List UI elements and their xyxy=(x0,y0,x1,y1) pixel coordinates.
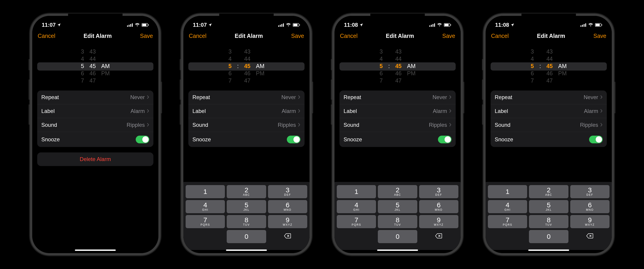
keypad-key-2[interactable]: 2 ABC xyxy=(227,185,266,198)
label-value: Alarm xyxy=(282,108,296,114)
status-bar: 11:07 xyxy=(32,16,158,29)
keypad-key-0[interactable]: 0 xyxy=(227,230,266,243)
backspace-key[interactable] xyxy=(570,230,610,243)
mute-switch xyxy=(180,59,181,70)
repeat-row[interactable]: Repeat Never xyxy=(188,90,304,104)
keypad-key-1[interactable]: 1 xyxy=(488,185,527,198)
keypad-key-4[interactable]: 4 GHI xyxy=(488,200,527,213)
ampm-wheel[interactable]: AM PM xyxy=(256,47,264,85)
home-indicator[interactable] xyxy=(528,250,569,251)
save-button[interactable]: Save xyxy=(291,33,304,39)
repeat-row[interactable]: Repeat Never xyxy=(37,90,154,104)
keypad-key-4[interactable]: 4 GHI xyxy=(186,200,225,213)
minute-wheel[interactable]: 42 43 44 45 46 47 48 xyxy=(90,47,96,85)
minute-wheel[interactable]: 42 43 44 45 46 47 48 xyxy=(546,47,553,85)
snooze-toggle[interactable] xyxy=(589,136,603,143)
keypad-key-4[interactable]: 4 GHI xyxy=(337,200,376,213)
volume-up-button xyxy=(482,79,483,100)
keypad-key-6[interactable]: 6 MNO xyxy=(268,200,307,213)
ampm-wheel[interactable]: AM PM xyxy=(407,47,416,85)
sound-row[interactable]: Sound Ripples xyxy=(188,118,304,132)
sound-row[interactable]: Sound Ripples xyxy=(340,118,456,132)
snooze-toggle[interactable] xyxy=(438,136,452,143)
keypad-key-1[interactable]: 1 xyxy=(186,185,225,198)
minute-wheel[interactable]: 42 43 44 45 46 47 48 xyxy=(244,47,250,85)
wifi-icon xyxy=(437,23,442,27)
cancel-button[interactable]: Cancel xyxy=(340,33,358,39)
minute-wheel[interactable]: 42 43 44 45 46 47 48 xyxy=(395,47,402,85)
battery-icon xyxy=(142,23,149,27)
ampm-wheel[interactable]: AM PM xyxy=(558,47,567,85)
home-indicator[interactable] xyxy=(75,250,116,251)
label-row[interactable]: Label Alarm xyxy=(340,104,456,118)
cancel-button[interactable]: Cancel xyxy=(189,33,206,39)
keypad-key-7[interactable]: 7 PQRS xyxy=(488,215,527,228)
time-picker[interactable]: 2 3 4 5 6 7 8 42 43 44 45 46 xyxy=(37,47,154,85)
keypad-key-8[interactable]: 8 TUV xyxy=(227,215,266,228)
battery-icon xyxy=(293,23,300,27)
keypad-key-7[interactable]: 7 PQRS xyxy=(337,215,376,228)
time-picker[interactable]: 2 3 4 5 6 7 8 : 42 43 44 45 46 xyxy=(490,47,607,85)
keypad-key-0[interactable]: 0 xyxy=(378,230,417,243)
backspace-key[interactable] xyxy=(268,230,307,243)
keypad-key-8[interactable]: 8 TUV xyxy=(378,215,417,228)
hour-wheel[interactable]: 2 3 4 5 6 7 8 xyxy=(228,47,232,85)
label-row[interactable]: Label Alarm xyxy=(490,104,607,118)
save-button[interactable]: Save xyxy=(140,33,153,39)
hour-wheel[interactable]: 2 3 4 5 6 7 8 xyxy=(81,47,84,85)
cancel-button[interactable]: Cancel xyxy=(491,33,509,39)
status-time: 11:07 xyxy=(193,22,207,28)
keypad-key-8[interactable]: 8 TUV xyxy=(529,215,568,228)
save-button[interactable]: Save xyxy=(442,33,455,39)
keypad-key-3[interactable]: 3 DEF xyxy=(419,185,458,198)
time-picker[interactable]: 2 3 4 5 6 7 8 : 42 43 44 45 46 xyxy=(188,47,304,85)
keypad-key-1[interactable]: 1 xyxy=(337,185,376,198)
status-bar: 11:08 xyxy=(486,16,612,29)
sound-row[interactable]: Sound Ripples xyxy=(490,118,607,132)
keypad-key-5[interactable]: 5 JKL xyxy=(529,200,568,213)
backspace-key[interactable] xyxy=(419,230,458,243)
sound-row[interactable]: Sound Ripples xyxy=(37,118,154,132)
keypad-key-7[interactable]: 7 PQRS xyxy=(186,215,225,228)
save-button[interactable]: Save xyxy=(594,33,606,39)
keypad-key-5[interactable]: 5 JKL xyxy=(378,200,417,213)
svg-rect-22 xyxy=(582,25,583,27)
keypad-key-6[interactable]: 6 MNO xyxy=(570,200,610,213)
chevron-right-icon xyxy=(600,108,603,114)
cancel-button[interactable]: Cancel xyxy=(38,33,55,39)
power-button xyxy=(161,82,162,113)
home-indicator[interactable] xyxy=(226,250,267,251)
label-row[interactable]: Label Alarm xyxy=(188,104,304,118)
snooze-toggle[interactable] xyxy=(136,136,149,143)
keypad-key-3[interactable]: 3 DEF xyxy=(570,185,610,198)
keypad-key-9[interactable]: 9 WXYZ xyxy=(419,215,458,228)
keypad-key-9[interactable]: 9 WXYZ xyxy=(570,215,610,228)
hour-wheel[interactable]: 2 3 4 5 6 7 8 xyxy=(531,47,534,85)
svg-rect-27 xyxy=(602,24,602,26)
delete-alarm-button[interactable]: Delete Alarm xyxy=(37,152,154,166)
snooze-toggle[interactable] xyxy=(287,136,300,143)
selected-ampm: AM xyxy=(558,62,567,70)
home-indicator[interactable] xyxy=(377,250,418,251)
selected-minute: 45 xyxy=(546,62,553,70)
keypad-key-6[interactable]: 6 MNO xyxy=(419,200,458,213)
snooze-row: Snooze xyxy=(340,132,456,147)
keypad-key-5[interactable]: 5 JKL xyxy=(227,200,266,213)
sound-value: Ripples xyxy=(126,122,145,128)
repeat-row[interactable]: Repeat Never xyxy=(340,90,456,104)
keypad-key-0[interactable]: 0 xyxy=(529,230,568,243)
keypad-key-2[interactable]: 2 ABC xyxy=(529,185,568,198)
label-row[interactable]: Label Alarm xyxy=(37,104,154,118)
ampm-wheel[interactable]: AM PM xyxy=(101,47,110,85)
battery-icon xyxy=(595,23,602,27)
hour-wheel[interactable]: 2 3 4 5 6 7 8 xyxy=(380,47,383,85)
repeat-row[interactable]: Repeat Never xyxy=(490,90,607,104)
keypad-key-2[interactable]: 2 ABC xyxy=(378,185,417,198)
chevron-right-icon xyxy=(449,108,452,114)
location-icon xyxy=(208,23,212,27)
svg-rect-17 xyxy=(434,23,435,27)
keypad-key-3[interactable]: 3 DEF xyxy=(268,185,307,198)
keypad-key-9[interactable]: 9 WXYZ xyxy=(268,215,307,228)
chevron-right-icon xyxy=(146,108,149,114)
time-picker[interactable]: 2 3 4 5 6 7 8 : 42 43 44 45 46 xyxy=(340,47,456,85)
